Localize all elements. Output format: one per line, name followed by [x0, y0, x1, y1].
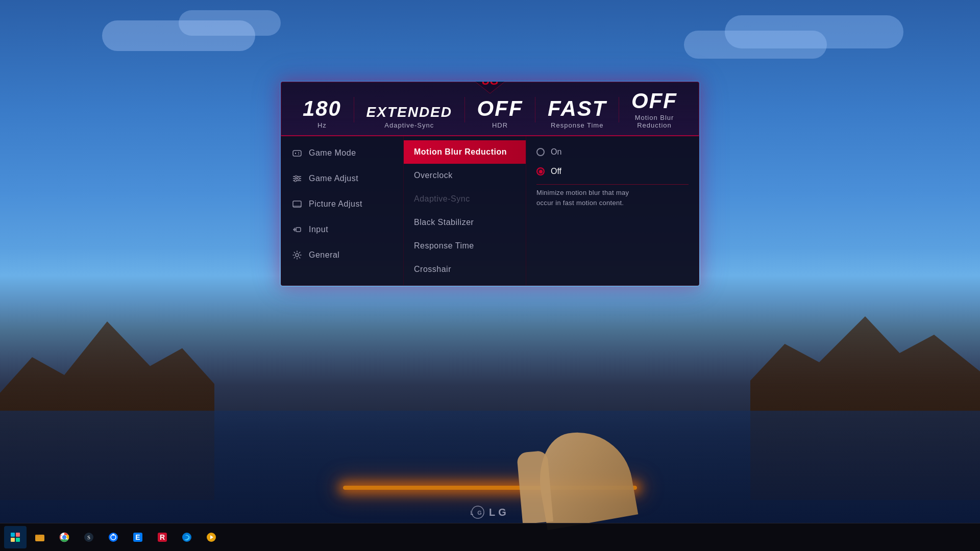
svg-rect-2 [293, 151, 301, 156]
option-description: Minimize motion blur that mayoccur in fa… [536, 188, 689, 208]
svg-text:S: S [87, 534, 90, 540]
epic-games-button[interactable]: E [127, 526, 149, 548]
general-label: General [309, 251, 339, 260]
motion-blur-reduction-label: Motion Blur Reduction [414, 147, 507, 157]
svg-point-13 [295, 180, 297, 182]
svg-point-37 [182, 533, 191, 542]
menu-item-game-adjust[interactable]: Game Adjust [281, 166, 403, 191]
stat-response-time: FAST Response Time [548, 98, 606, 129]
start-button[interactable] [4, 526, 27, 548]
menu-item-input[interactable]: Input [281, 217, 403, 242]
option-divider [536, 184, 689, 185]
option-off[interactable]: Off [536, 162, 689, 181]
file-explorer-button[interactable] [29, 526, 51, 548]
picture-adjust-label: Picture Adjust [309, 199, 362, 209]
submenu-item-black-stabilizer[interactable]: Black Stabilizer [404, 211, 526, 234]
svg-text:E: E [135, 533, 140, 541]
osd-header: UG 180 Hz EXTENDED Adaptive-Sync OFF HDR… [281, 82, 699, 136]
svg-point-11 [295, 176, 297, 178]
option-on[interactable]: On [536, 142, 689, 162]
game-mode-icon [291, 147, 303, 159]
radio-off[interactable] [536, 167, 545, 176]
stat-adaptive-sync: EXTENDED Adaptive-Sync [366, 105, 452, 129]
ubisoft-button[interactable] [102, 526, 125, 548]
stat-hz: 180 Hz [303, 98, 341, 129]
game-mode-label: Game Mode [309, 148, 356, 158]
input-label: Input [309, 225, 328, 234]
svg-rect-23 [16, 538, 20, 542]
picture-adjust-icon [291, 198, 303, 210]
lg-text: LG [489, 507, 509, 518]
input-icon [291, 224, 303, 235]
crosshair-label: Crosshair [414, 265, 451, 274]
divider-4 [619, 97, 619, 122]
stat-mbr: OFF Motion BlurReduction [631, 90, 677, 129]
submenu: Motion Blur Reduction Overclock Adaptive… [404, 136, 526, 285]
game-adjust-label: Game Adjust [309, 174, 358, 183]
osd-body: Game Mode Game Adjust [281, 136, 699, 286]
svg-point-12 [298, 178, 300, 180]
submenu-item-overclock[interactable]: Overclock [404, 164, 526, 187]
rockstar-button[interactable]: R [151, 526, 174, 548]
black-stabilizer-label: Black Stabilizer [414, 218, 474, 227]
svg-point-7 [298, 154, 299, 155]
chrome-button[interactable] [53, 526, 76, 548]
steam-button[interactable]: S [78, 526, 100, 548]
menu-item-picture-adjust[interactable]: Picture Adjust [281, 191, 403, 217]
taskbar: S E R [0, 523, 980, 551]
overclock-label: Overclock [414, 171, 453, 180]
svg-rect-20 [11, 533, 15, 537]
menu-item-general[interactable]: General [281, 242, 403, 268]
osd-menu: UG 180 Hz EXTENDED Adaptive-Sync OFF HDR… [281, 82, 699, 286]
submenu-item-crosshair[interactable]: Crosshair [404, 258, 526, 281]
submenu-item-adaptive-sync: Adaptive-Sync [404, 187, 526, 211]
general-icon [291, 249, 303, 261]
divider-1 [354, 97, 354, 122]
finger-1 [517, 450, 553, 524]
response-time-label: Response Time [414, 241, 474, 251]
divider-3 [535, 97, 535, 122]
option-off-label: Off [551, 167, 561, 176]
option-on-label: On [551, 147, 561, 157]
svg-text:R: R [160, 533, 165, 541]
main-menu: Game Mode Game Adjust [281, 136, 404, 285]
divider-2 [464, 97, 465, 122]
svg-point-27 [63, 536, 66, 539]
stat-hdr: OFF HDR [477, 98, 523, 129]
svg-point-32 [112, 534, 114, 536]
svg-rect-21 [16, 533, 20, 537]
submenu-item-motion-blur-reduction[interactable]: Motion Blur Reduction [404, 140, 526, 164]
plex-button[interactable] [200, 526, 223, 548]
radio-on[interactable] [536, 148, 545, 156]
cloud-4 [725, 15, 903, 48]
edge-button[interactable] [176, 526, 198, 548]
svg-rect-22 [11, 538, 15, 542]
game-adjust-icon [291, 173, 303, 184]
lg-logo: LG LG [471, 505, 509, 519]
menu-item-game-mode[interactable]: Game Mode [281, 140, 403, 166]
adaptive-sync-label: Adaptive-Sync [414, 194, 470, 204]
svg-point-6 [298, 152, 299, 153]
options-panel: On Off Minimize motion blur that mayoccu… [526, 136, 699, 285]
svg-rect-16 [296, 228, 301, 232]
submenu-item-response-time[interactable]: Response Time [404, 234, 526, 258]
cloud-2 [179, 10, 281, 36]
svg-text:LG: LG [471, 510, 485, 516]
svg-point-17 [296, 254, 299, 257]
